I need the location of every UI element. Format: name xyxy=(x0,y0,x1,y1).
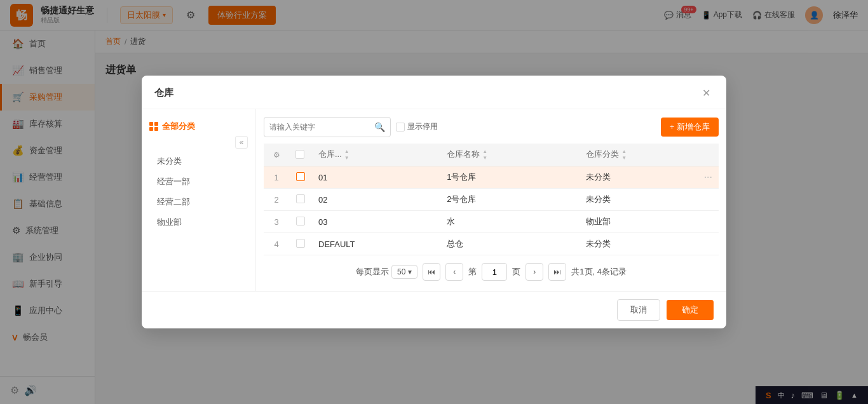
page-number-label: 第 xyxy=(468,266,477,278)
cell-no: 4 xyxy=(264,233,289,255)
cell-category: 未分类 xyxy=(580,233,719,255)
page-size-label: 每页显示 xyxy=(356,266,389,278)
th-category[interactable]: 仓库分类 ▲▼ xyxy=(580,144,719,166)
table-head: ⚙ 仓库... ▲▼ xyxy=(264,144,719,166)
table-toolbar: 🔍 显示停用 + 新增仓库 xyxy=(264,117,719,137)
category-item-3[interactable]: 物业部 xyxy=(142,212,255,232)
gear-icon[interactable]: ⚙ xyxy=(273,151,280,159)
dialog-footer: 取消 确定 xyxy=(142,291,726,328)
cell-no: 3 xyxy=(264,211,289,233)
warehouse-table: ⚙ 仓库... ▲▼ xyxy=(264,144,719,256)
category-all[interactable]: 全部分类 xyxy=(142,117,255,136)
dialog-header: 仓库 ✕ xyxy=(142,76,726,109)
page-number-input[interactable] xyxy=(482,263,507,281)
cell-checkbox[interactable] xyxy=(289,233,312,255)
cell-category: 物业部 xyxy=(580,211,719,233)
table-row[interactable]: 2 02 2号仓库 未分类 xyxy=(264,189,719,211)
code-sort: 仓库... ▲▼ xyxy=(318,149,434,161)
th-code-label: 仓库... xyxy=(318,149,342,160)
cell-name: 水 xyxy=(440,211,580,233)
th-name-label: 仓库名称 xyxy=(447,149,480,160)
category-item-none[interactable]: 未分类 xyxy=(142,151,255,172)
th-name[interactable]: 仓库名称 ▲▼ xyxy=(440,144,580,166)
cell-code: 03 xyxy=(312,211,440,233)
page-size-chevron: ▾ xyxy=(408,267,412,276)
th-gear: ⚙ xyxy=(264,144,289,166)
cell-code: 01 xyxy=(312,166,440,189)
cell-name: 2号仓库 xyxy=(440,189,580,211)
th-category-label: 仓库分类 xyxy=(586,149,619,160)
grid-icon xyxy=(149,122,158,131)
select-all-checkbox[interactable] xyxy=(295,150,304,159)
cell-code: DEFAULT xyxy=(312,233,440,255)
total-label: 共1页, 4条记录 xyxy=(571,266,627,278)
search-icon[interactable]: 🔍 xyxy=(374,122,385,132)
confirm-button[interactable]: 确定 xyxy=(667,300,714,320)
cell-name: 总仓 xyxy=(440,233,580,255)
cell-name: 1号仓库 xyxy=(440,166,580,189)
cell-checkbox[interactable] xyxy=(289,189,312,211)
last-page-btn[interactable]: ⏭ xyxy=(548,263,566,281)
table-row[interactable]: 3 03 水 物业部 xyxy=(264,211,719,233)
table-header-row: ⚙ 仓库... ▲▼ xyxy=(264,144,719,166)
cell-category: 未分类 ··· xyxy=(580,166,719,189)
dialog-title: 仓库 xyxy=(154,87,173,99)
sort-arrows-code: ▲▼ xyxy=(344,149,349,161)
sort-arrows-name: ▲▼ xyxy=(482,149,487,161)
cat-sort: 仓库分类 ▲▼ xyxy=(586,149,712,161)
search-input-wrap: 🔍 xyxy=(264,117,391,137)
cell-checkbox[interactable] xyxy=(289,211,312,233)
name-sort: 仓库名称 ▲▼ xyxy=(447,149,573,161)
category-sidebar: 全部分类 « 未分类 经营一部 经营二部 物业部 xyxy=(142,109,256,292)
add-warehouse-button[interactable]: + 新增仓库 xyxy=(661,118,719,137)
page-label: 页 xyxy=(512,266,520,278)
category-all-label: 全部分类 xyxy=(162,121,195,132)
category-item-1[interactable]: 经营一部 xyxy=(142,172,255,192)
page-size-select-box[interactable]: 50 ▾ xyxy=(391,265,417,279)
table-row[interactable]: 1 01 1号仓库 未分类 ··· xyxy=(264,166,719,189)
cell-code: 02 xyxy=(312,189,440,211)
cancel-button[interactable]: 取消 xyxy=(617,299,660,321)
prev-page-btn[interactable]: ‹ xyxy=(445,263,463,281)
pagination: 每页显示 50 ▾ ⏮ ‹ 第 页 › ⏭ 共1页, 4条记录 xyxy=(264,255,719,283)
sort-arrows-cat: ▲▼ xyxy=(621,149,627,161)
next-page-btn[interactable]: › xyxy=(526,263,543,281)
modal-overlay: 仓库 ✕ 全部分类 « 未分类 经营 xyxy=(0,0,868,404)
show-disabled-label: 显示停用 xyxy=(407,121,438,132)
show-disabled-toggle[interactable]: 显示停用 xyxy=(396,121,438,132)
table-panel: 🔍 显示停用 + 新增仓库 ⚙ xyxy=(256,109,726,292)
search-input[interactable] xyxy=(269,123,374,131)
category-collapse-btn[interactable]: « xyxy=(235,136,248,149)
dialog-close-button[interactable]: ✕ xyxy=(698,86,714,101)
row-more-icon[interactable]: ··· xyxy=(704,172,712,183)
page-size-section: 每页显示 50 ▾ xyxy=(356,265,417,279)
page-size-value: 50 xyxy=(397,267,405,276)
first-page-btn[interactable]: ⏮ xyxy=(423,263,440,281)
show-disabled-checkbox[interactable] xyxy=(396,123,405,131)
cell-no: 2 xyxy=(264,189,289,211)
table-container: ⚙ 仓库... ▲▼ xyxy=(264,144,719,256)
th-checkbox xyxy=(289,144,312,166)
cell-no: 1 xyxy=(264,166,289,189)
table-row[interactable]: 4 DEFAULT 总仓 未分类 xyxy=(264,233,719,255)
th-code[interactable]: 仓库... ▲▼ xyxy=(312,144,440,166)
cell-checkbox[interactable] xyxy=(289,166,312,189)
dialog-body: 全部分类 « 未分类 经营一部 经营二部 物业部 🔍 xyxy=(142,109,726,292)
category-item-2[interactable]: 经营二部 xyxy=(142,192,255,212)
warehouse-dialog: 仓库 ✕ 全部分类 « 未分类 经营 xyxy=(142,76,726,329)
table-body: 1 01 1号仓库 未分类 ··· 2 02 2号仓库 未分类 3 xyxy=(264,166,719,255)
cell-category: 未分类 xyxy=(580,189,719,211)
